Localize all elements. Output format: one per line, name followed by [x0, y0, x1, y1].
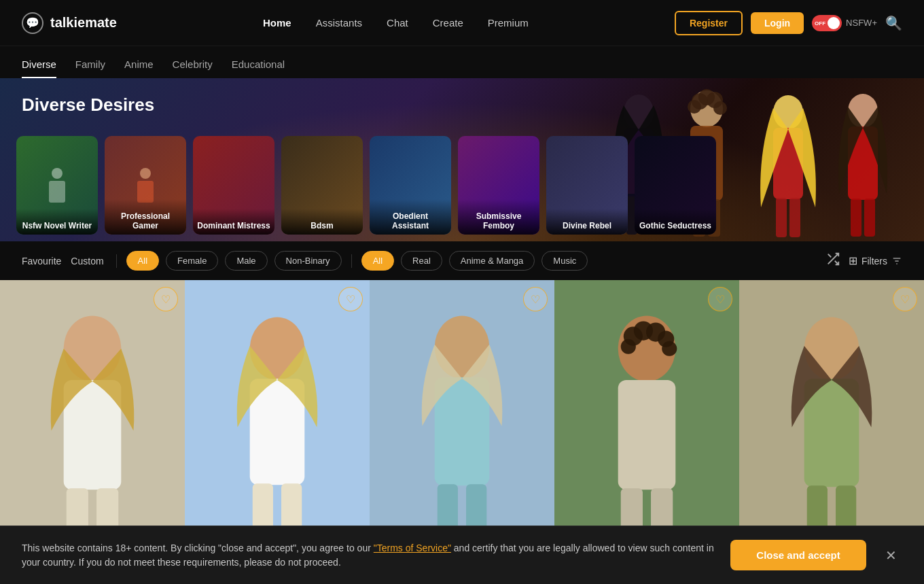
cookie-accept-button[interactable]: Close and accept	[730, 540, 866, 570]
banner-cards: Nsfw Novel Writer Professional Gamer Dom…	[16, 136, 716, 235]
heart-4[interactable]: ♡	[708, 287, 732, 311]
char-card-3-img	[370, 280, 554, 537]
filter-real[interactable]: Real	[401, 251, 442, 271]
cookie-text-before: This website contains 18+ content. By cl…	[22, 543, 374, 553]
filters-button[interactable]: ⊞ Filters	[849, 254, 902, 267]
banner-card-label-8: Gothic Seductress	[635, 209, 716, 235]
banner-card-5[interactable]: Obedient Assistant	[370, 136, 451, 235]
banner-card-label-2: Professional Gamer	[105, 199, 186, 235]
char-card-2[interactable]: ♡	[185, 280, 370, 537]
cat-tab-celebrity[interactable]: Celebrity	[173, 58, 213, 78]
filter-custom[interactable]: Custom	[71, 256, 103, 267]
filter-male[interactable]: Male	[225, 251, 267, 271]
nav-home[interactable]: Home	[263, 17, 291, 29]
terms-link[interactable]: "Terms of Service"	[374, 543, 451, 553]
cookie-text: This website contains 18+ content. By cl…	[22, 541, 717, 570]
char-card-1-img	[0, 280, 185, 537]
filter-lines-icon	[891, 256, 902, 267]
banner-card-label-1: Nsfw Novel Writer	[16, 209, 98, 235]
svg-point-11	[688, 100, 701, 114]
banner-card-4[interactable]: Bdsm	[281, 136, 363, 235]
nav-assistants[interactable]: Assistants	[316, 17, 362, 29]
filter-right: ⊞ Filters	[825, 252, 902, 270]
banner-card-8[interactable]: Gothic Seductress	[635, 136, 716, 235]
svg-point-12	[713, 101, 727, 115]
svg-rect-19	[851, 199, 861, 237]
filter-nonbinary[interactable]: Non-Binary	[274, 251, 342, 271]
filter-all-1[interactable]: All	[126, 251, 159, 271]
login-button[interactable]: Login	[751, 12, 804, 34]
toggle-knob	[828, 17, 840, 29]
cookie-close-button[interactable]: ✕	[880, 545, 902, 566]
banner: Diverse Desires	[0, 78, 924, 241]
nav-create[interactable]: Create	[433, 17, 463, 29]
svg-point-48	[621, 339, 636, 354]
cat-tab-anime[interactable]: Anime	[124, 58, 154, 78]
char-card-1[interactable]: ♡	[0, 280, 185, 537]
banner-card-label-6: Submissive Femboy	[458, 199, 539, 235]
character-grid: ♡ ♡	[0, 280, 924, 537]
logo: 💬 talkiemate	[22, 12, 117, 34]
filter-favourite[interactable]: Favourite	[22, 256, 61, 267]
cat-tab-educational[interactable]: Educational	[232, 58, 285, 78]
filter-sep-1	[116, 254, 117, 268]
register-button[interactable]: Register	[675, 11, 743, 35]
filter-music[interactable]: Music	[541, 251, 588, 271]
cat-tab-diverse[interactable]: Diverse	[22, 58, 56, 78]
heart-2[interactable]: ♡	[338, 287, 363, 311]
filters-label: Filters	[861, 256, 887, 267]
heart-3[interactable]: ♡	[523, 287, 548, 311]
char-card-3[interactable]: ♡	[370, 280, 554, 537]
cat-tab-family[interactable]: Family	[75, 58, 105, 78]
filter-female[interactable]: Female	[166, 251, 218, 271]
banner-card-label-7: Divine Rebel	[546, 209, 628, 235]
category-tabs: Diverse Family Anime Celebrity Education…	[0, 46, 924, 78]
shuffle-icon	[825, 252, 840, 267]
logo-text: talkiemate	[50, 15, 117, 31]
filter-sep-2	[351, 254, 352, 268]
banner-card-2[interactable]: Professional Gamer	[105, 136, 186, 235]
banner-card-3[interactable]: Dominant Mistress	[193, 136, 274, 235]
filters-icon: ⊞	[849, 254, 857, 267]
svg-rect-16	[789, 198, 800, 237]
char-card-4[interactable]: ♡	[554, 280, 739, 537]
header: 💬 talkiemate Home Assistants Chat Create…	[0, 0, 924, 46]
banner-card-label-5: Obedient Assistant	[370, 199, 451, 235]
header-right: Register Login NSFW+ 🔍	[675, 11, 902, 35]
banner-title: Diverse Desires	[22, 95, 154, 116]
shuffle-button[interactable]	[825, 252, 840, 270]
nsfw-label: NSFW+	[846, 18, 877, 28]
banner-card-7[interactable]: Divine Rebel	[546, 136, 628, 235]
svg-rect-41	[618, 380, 676, 489]
heart-5[interactable]: ♡	[893, 287, 917, 311]
banner-card-label-4: Bdsm	[281, 209, 363, 235]
filter-all-2[interactable]: All	[361, 251, 394, 271]
svg-rect-20	[864, 199, 875, 237]
main-nav: Home Assistants Chat Create Premium	[263, 17, 529, 29]
svg-rect-15	[776, 198, 787, 237]
nav-premium[interactable]: Premium	[488, 17, 529, 29]
banner-card-1[interactable]: Nsfw Novel Writer	[16, 136, 98, 235]
filter-bar: Favourite Custom All Female Male Non-Bin…	[0, 241, 924, 280]
char-card-4-img	[554, 280, 739, 537]
cookie-banner: This website contains 18+ content. By cl…	[0, 526, 924, 584]
char-card-2-img	[185, 280, 370, 537]
banner-card-label-3: Dominant Mistress	[193, 209, 274, 235]
char-card-5-img	[739, 280, 924, 537]
char-card-5[interactable]: ♡	[739, 280, 924, 537]
nav-chat[interactable]: Chat	[387, 17, 408, 29]
logo-icon: 💬	[22, 12, 43, 34]
filter-anime[interactable]: Anime & Manga	[449, 251, 535, 271]
nsfw-toggle-pill[interactable]	[812, 15, 842, 31]
search-button[interactable]: 🔍	[885, 15, 902, 31]
heart-1[interactable]: ♡	[154, 287, 178, 311]
svg-point-49	[662, 341, 677, 356]
nsfw-toggle[interactable]: NSFW+	[812, 15, 877, 31]
banner-card-6[interactable]: Submissive Femboy	[458, 136, 539, 235]
